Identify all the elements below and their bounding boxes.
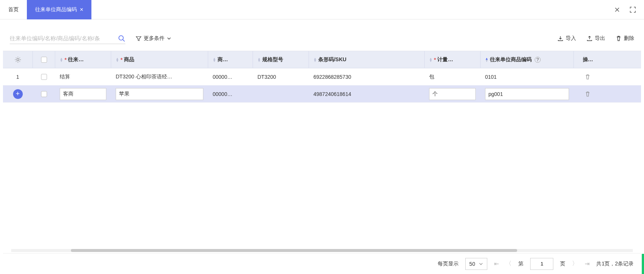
add-row-button[interactable]: + xyxy=(13,89,23,99)
partner-input[interactable] xyxy=(60,88,106,100)
table-body: 1 结算 DT3200 心相印茶语经… 00000… DT3200 692286… xyxy=(3,68,641,248)
gear-icon xyxy=(15,56,21,63)
cell-pcode: 00000… xyxy=(208,68,253,85)
cell-spec: DT3200 xyxy=(253,68,309,85)
partner-code-input[interactable] xyxy=(485,88,569,100)
sort-icon: ▲▼ xyxy=(116,57,119,62)
svg-point-0 xyxy=(119,35,124,40)
trash-icon[interactable] xyxy=(585,91,591,97)
row-index: 1 xyxy=(3,68,33,85)
table-header: ▲▼ *往来… ▲▼ *商品 ▲▼ 商… ▲▼ 规格型号 ▲▼ 条形码/SK xyxy=(3,51,641,68)
sort-icon: ▲▼ xyxy=(313,57,317,62)
horizontal-scrollbar[interactable] xyxy=(3,248,641,253)
export-label: 导出 xyxy=(595,35,605,42)
page-input[interactable] xyxy=(534,261,549,267)
more-filter-label: 更多条件 xyxy=(144,35,165,42)
chevron-down-icon xyxy=(479,262,483,266)
search-input[interactable] xyxy=(10,33,118,44)
first-page-button[interactable]: ⇤ xyxy=(494,260,499,267)
page-input-wrap xyxy=(530,258,553,270)
tab-home[interactable]: 首页 xyxy=(0,0,27,19)
cell-partner[interactable]: 结算 xyxy=(55,68,111,85)
filter-icon xyxy=(136,36,141,41)
col-product-code[interactable]: ▲▼ 商… xyxy=(208,51,253,68)
page-summary: 共1页，2条记录 xyxy=(596,261,634,267)
delete-label: 删除 xyxy=(624,35,634,42)
col-barcode[interactable]: ▲▼ 条形码/SKU xyxy=(309,51,425,68)
cell-barcode: 6922868285730 xyxy=(309,68,425,85)
svg-point-1 xyxy=(17,59,19,61)
per-page-select[interactable]: 50 xyxy=(465,258,488,270)
col-settings[interactable] xyxy=(3,51,33,68)
next-page-button[interactable]: 〉 xyxy=(572,260,578,268)
col-actions: 操… xyxy=(574,51,602,68)
cell-pcode: 00000… xyxy=(208,85,253,102)
col-partner-code[interactable]: ▲▼ 往来单位商品编码 ? xyxy=(481,51,574,68)
row-checkbox[interactable] xyxy=(41,74,47,80)
cell-barcode: 4987240618614 xyxy=(309,85,425,102)
import-button[interactable]: 导入 xyxy=(557,35,576,42)
prev-page-button[interactable]: 〈 xyxy=(506,260,512,268)
cell-partner-code[interactable]: 0101 xyxy=(481,68,574,85)
per-page-label: 每页显示 xyxy=(438,261,459,267)
table-row: + 00000… 4987240618614 xyxy=(3,85,641,103)
page-suffix: 页 xyxy=(560,261,565,267)
col-unit[interactable]: ▲▼ *计量… xyxy=(425,51,481,68)
cell-spec xyxy=(253,85,309,102)
sort-icon: ▲▼ xyxy=(429,57,432,62)
col-spec[interactable]: ▲▼ 规格型号 xyxy=(253,51,309,68)
col-product[interactable]: ▲▼ *商品 xyxy=(111,51,208,68)
export-button[interactable]: 导出 xyxy=(587,35,605,42)
product-input[interactable] xyxy=(116,88,203,100)
cell-unit[interactable]: 包 xyxy=(425,68,481,85)
pagination: 每页显示 50 ⇤ 〈 第 页 〉 ⇥ 共1页，2条记录 xyxy=(3,253,641,274)
sort-icon: ▲▼ xyxy=(485,57,488,62)
search-icon[interactable] xyxy=(118,35,125,42)
tab-current-label: 往来单位商品编码 xyxy=(35,6,77,13)
tab-current[interactable]: 往来单位商品编码 × xyxy=(27,0,91,19)
data-table: ▲▼ *往来… ▲▼ *商品 ▲▼ 商… ▲▼ 规格型号 ▲▼ 条形码/SK xyxy=(3,51,641,274)
page-prefix: 第 xyxy=(518,261,523,267)
tab-home-label: 首页 xyxy=(8,6,19,13)
table-row: 1 结算 DT3200 心相印茶语经… 00000… DT3200 692286… xyxy=(3,68,641,85)
tab-bar: 首页 往来单位商品编码 × xyxy=(0,0,644,19)
trash-icon xyxy=(616,35,622,41)
fullscreen-icon[interactable] xyxy=(628,5,637,14)
side-indicator xyxy=(642,254,644,274)
close-all-icon[interactable] xyxy=(613,5,622,14)
cell-product[interactable]: DT3200 心相印茶语经… xyxy=(111,68,208,85)
help-icon[interactable]: ? xyxy=(535,57,541,63)
delete-button[interactable]: 删除 xyxy=(616,35,634,42)
col-checkbox xyxy=(33,51,55,68)
import-label: 导入 xyxy=(566,35,576,42)
scrollbar-thumb[interactable] xyxy=(71,249,517,252)
row-checkbox[interactable] xyxy=(41,91,47,97)
select-all-checkbox[interactable] xyxy=(41,57,47,63)
last-page-button[interactable]: ⇥ xyxy=(585,260,590,267)
sort-icon: ▲▼ xyxy=(60,57,63,62)
trash-icon[interactable] xyxy=(585,74,591,80)
sort-icon: ▲▼ xyxy=(213,57,216,62)
import-icon xyxy=(557,35,563,41)
toolbar: 更多条件 导入 导出 删除 xyxy=(1,33,643,51)
export-icon xyxy=(587,35,593,41)
unit-input[interactable] xyxy=(429,88,476,100)
col-partner[interactable]: ▲▼ *往来… xyxy=(55,51,111,68)
close-icon[interactable]: × xyxy=(80,7,83,13)
more-filter-button[interactable]: 更多条件 xyxy=(136,35,171,42)
search-wrap xyxy=(10,33,125,44)
sort-icon: ▲▼ xyxy=(257,57,261,62)
chevron-down-icon xyxy=(167,36,171,41)
